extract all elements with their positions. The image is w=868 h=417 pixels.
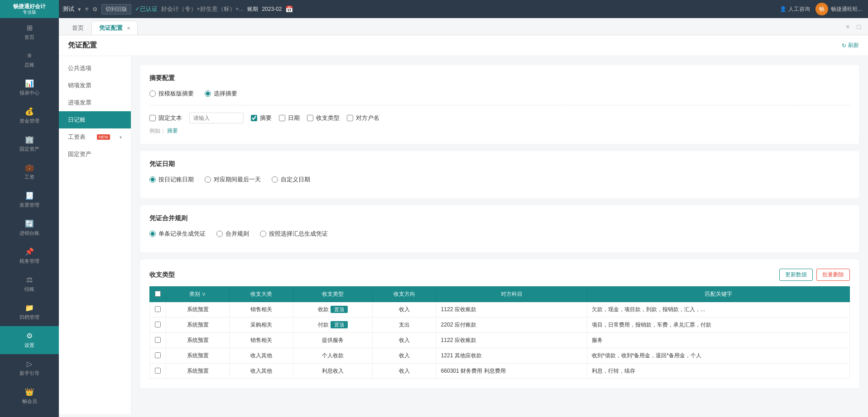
row-checkbox-2[interactable] bbox=[155, 337, 161, 343]
service-button[interactable]: 👤 人工咨询 bbox=[780, 5, 810, 13]
switch-version-button[interactable]: 切到旧版 bbox=[101, 4, 131, 14]
row-checkbox-cell[interactable] bbox=[150, 348, 166, 364]
checkbox-counterparty[interactable]: 对方户名 bbox=[347, 114, 379, 122]
row-checkbox-1[interactable] bbox=[155, 322, 161, 327]
calendar-icon[interactable]: 📅 bbox=[285, 5, 293, 13]
nav-item-daily-ledger[interactable]: 日记账 bbox=[59, 111, 131, 128]
radio-last-day[interactable]: 对应期间最后一天 bbox=[205, 175, 261, 184]
income-expense-section: 收支类型 更新数据 批量删除 bbox=[140, 260, 859, 388]
row-direction-1: 支出 bbox=[373, 317, 436, 333]
sidebar-item-home[interactable]: ⊞ 首页 bbox=[0, 18, 59, 46]
sidebar-item-newbie[interactable]: ▷ 新手引导 bbox=[0, 354, 59, 382]
tab-voucher-config[interactable]: 凭证配置 × bbox=[91, 21, 138, 35]
sidebar-label-home: 首页 bbox=[24, 34, 34, 41]
row-checkbox-cell[interactable] bbox=[150, 302, 166, 317]
fixed-text-checkbox-input[interactable] bbox=[149, 115, 156, 121]
checkbox-income-type[interactable]: 收支类型 bbox=[307, 114, 340, 122]
sidebar-item-fixed-assets[interactable]: 🏢 固定资产 bbox=[0, 130, 59, 158]
sidebar-item-member[interactable]: 👑 畅会员 bbox=[0, 382, 59, 410]
sidebar-item-settlement[interactable]: ⚖ 结账 bbox=[0, 270, 59, 298]
row-checkbox-cell[interactable] bbox=[150, 333, 166, 348]
radio-single-record[interactable]: 单条记录生成凭证 bbox=[149, 230, 206, 238]
settings-icon[interactable]: ⚙ bbox=[92, 6, 98, 13]
checkbox-fixed-text[interactable]: 固定文本 bbox=[149, 114, 182, 122]
sidebar-item-archive[interactable]: 📁 归档管理 bbox=[0, 298, 59, 326]
dropdown-arrow[interactable]: ▾ bbox=[78, 6, 81, 13]
fixed-text-input[interactable] bbox=[189, 113, 244, 123]
sidebar-item-tax[interactable]: 📌 税务管理 bbox=[0, 242, 59, 270]
radio-last-day-label: 对应期间最后一天 bbox=[214, 175, 261, 184]
sidebar-item-salary[interactable]: 💼 工资 bbox=[0, 158, 59, 186]
refresh-button[interactable]: ↻ 刷新 bbox=[842, 42, 859, 49]
radio-merge-input[interactable] bbox=[216, 231, 223, 237]
batch-delete-button[interactable]: 批量删除 bbox=[816, 269, 850, 281]
radio-selection-input[interactable] bbox=[260, 231, 266, 237]
sidebar-item-invoice-mgmt[interactable]: 🧾 发票管理 bbox=[0, 186, 59, 214]
table-header-row: 类别 ∨ 收支大类 收支类型 收支方向 对方科目 匹配关键字 bbox=[150, 287, 850, 302]
radio-journal-input[interactable] bbox=[149, 176, 156, 183]
nav-item-public[interactable]: 公共选项 bbox=[59, 60, 131, 77]
th-checkbox[interactable] bbox=[150, 287, 166, 302]
row-checkbox-cell[interactable] bbox=[150, 364, 166, 379]
date-checkbox-input[interactable] bbox=[279, 115, 285, 121]
radio-template-input[interactable] bbox=[149, 90, 156, 97]
update-data-button[interactable]: 更新数据 bbox=[779, 269, 813, 281]
sidebar-item-reports[interactable]: 📊 报表中心 bbox=[0, 74, 59, 102]
tab-voucher-config-label: 凭证配置 bbox=[99, 24, 123, 31]
radio-custom-date[interactable]: 自定义日期 bbox=[272, 175, 310, 184]
nav-item-fixed-assets-nav[interactable]: 固定资产 bbox=[59, 146, 131, 163]
reset-badge-1[interactable]: 置顶 bbox=[331, 321, 348, 328]
sidebar-item-settings[interactable]: ⚙ 设置 bbox=[0, 326, 59, 354]
radio-select-input[interactable] bbox=[205, 90, 211, 97]
counterparty-label: 对方户名 bbox=[356, 114, 379, 122]
add-button[interactable]: + bbox=[85, 5, 89, 13]
sidebar-item-funds[interactable]: 💰 资金管理 bbox=[0, 102, 59, 130]
income-section-header: 收支类型 更新数据 批量删除 bbox=[149, 269, 850, 281]
nav-item-sales-invoice[interactable]: 销项发票 bbox=[59, 77, 131, 94]
row-checkbox-4[interactable] bbox=[155, 368, 161, 374]
merge-rules-radio-group: 单条记录生成凭证 合并规则 按照选择汇总生成凭证 bbox=[149, 230, 850, 238]
summary-checkbox-input[interactable] bbox=[251, 115, 257, 121]
sidebar-label-reports: 报表中心 bbox=[19, 90, 39, 96]
radio-last-day-input[interactable] bbox=[205, 176, 211, 183]
row-checkbox-3[interactable] bbox=[155, 352, 161, 358]
archive-icon: 📁 bbox=[25, 303, 34, 312]
radio-custom-input[interactable] bbox=[272, 176, 278, 183]
row-direction-3: 收入 bbox=[373, 348, 436, 364]
example-value: 摘要 bbox=[167, 128, 178, 134]
row-main-type-0: 销售相关 bbox=[230, 302, 293, 317]
row-main-type-1: 采购相关 bbox=[230, 317, 293, 333]
counterparty-checkbox-input[interactable] bbox=[347, 115, 353, 121]
sidebar-item-ledger[interactable]: ≡ 总账 bbox=[0, 46, 59, 74]
radio-by-selection[interactable]: 按照选择汇总生成凭证 bbox=[260, 230, 328, 238]
sidebar-item-purchase-sales[interactable]: 🔄 进销台账 bbox=[0, 214, 59, 242]
reset-badge-0[interactable]: 置顶 bbox=[331, 306, 348, 313]
radio-by-journal-date[interactable]: 按日记账日期 bbox=[149, 175, 194, 184]
row-checkbox-cell[interactable] bbox=[150, 317, 166, 333]
nav-item-payroll[interactable]: 工资表 NEW ▾ bbox=[59, 128, 131, 146]
table-row: 系统预置 采购相关 付款 置顶 支出 2202 应付账款 项目，日常费用，报销款… bbox=[150, 317, 850, 333]
income-type-checkbox-input[interactable] bbox=[307, 115, 313, 121]
radio-template-summary[interactable]: 按模板版摘要 bbox=[149, 90, 194, 98]
new-badge: NEW bbox=[97, 134, 110, 140]
checkbox-date[interactable]: 日期 bbox=[279, 114, 300, 122]
radio-select-summary[interactable]: 选择摘要 bbox=[205, 90, 237, 98]
minimize-button[interactable]: □ bbox=[855, 21, 863, 32]
headset-icon: 👤 bbox=[780, 6, 786, 12]
select-all-checkbox[interactable] bbox=[155, 291, 161, 297]
sidebar-label-invoice-mgmt: 发票管理 bbox=[19, 202, 39, 208]
checkbox-summary[interactable]: 摘要 bbox=[251, 114, 272, 122]
newbie-icon: ▷ bbox=[27, 360, 32, 368]
radio-custom-label: 自定义日期 bbox=[281, 175, 310, 184]
close-all-button[interactable]: × bbox=[844, 21, 851, 32]
home-icon: ⊞ bbox=[27, 24, 33, 32]
purchase-sales-icon: 🔄 bbox=[25, 219, 34, 228]
logo-text-line1: 畅捷通好会计 bbox=[13, 3, 46, 9]
radio-single-input[interactable] bbox=[149, 231, 156, 237]
tab-close-icon[interactable]: × bbox=[127, 25, 130, 31]
nav-item-purchase-invoice[interactable]: 进项发票 bbox=[59, 94, 131, 111]
tab-home[interactable]: 首页 bbox=[64, 21, 91, 35]
main-layout: ⊞ 首页 ≡ 总账 📊 报表中心 💰 资金管理 🏢 固定资产 💼 工资 🧾 发票… bbox=[0, 18, 868, 417]
row-checkbox-0[interactable] bbox=[155, 306, 161, 312]
radio-merge-rules[interactable]: 合并规则 bbox=[216, 230, 249, 238]
